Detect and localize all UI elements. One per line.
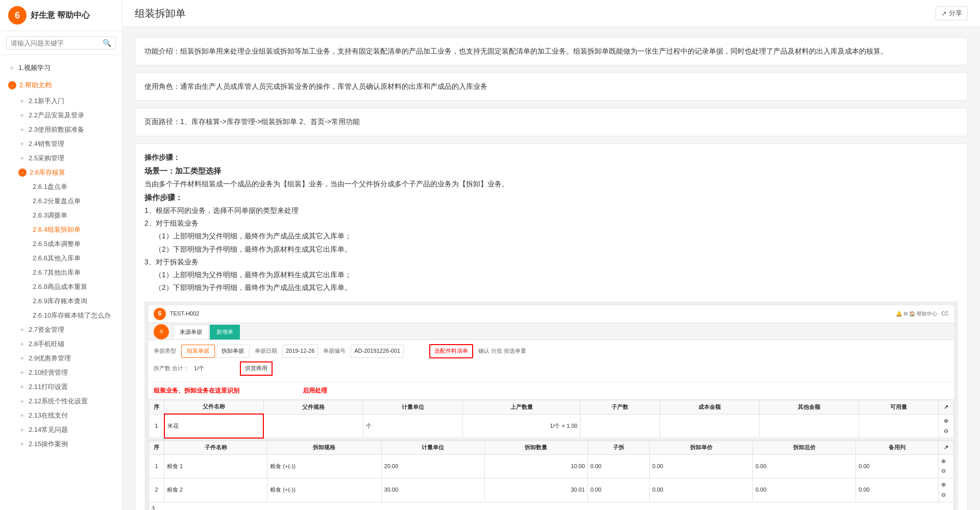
type-label: 单据类型: [154, 346, 176, 356]
sidebar-item-finance[interactable]: ＋ 2.7资金管理: [14, 323, 122, 337]
sidebar-item-coupon[interactable]: ＋ 2.9优惠券管理: [14, 351, 122, 366]
expand-icon: ＋: [18, 440, 26, 449]
search-area: 🔍: [0, 31, 122, 55]
sidebar-item-in-other[interactable]: 2.6.6其他入库单: [29, 251, 122, 265]
td-cost-1: [660, 414, 760, 438]
role-box: 使用角色：通常由生产人员或库管人员完成拆装业务的操作，库管人员确认原材料的出库和…: [135, 72, 968, 101]
expand-icon: ＋: [18, 111, 26, 120]
expand-icon: ＋: [18, 397, 26, 406]
sidebar-item-ops[interactable]: ＋ 2.10经营管理: [14, 366, 122, 380]
nav-sub-docs: ＋ 2.1新手入门 ＋ 2.2产品安装及登录 ＋ 2.3使用前数据准备 ＋ 2.…: [0, 94, 122, 451]
sidebar-item-install[interactable]: ＋ 2.2产品安装及登录: [14, 108, 122, 123]
sidebar-item-label: 2.6.5成本调整单: [33, 239, 81, 249]
th2-name: 子件名称: [164, 441, 267, 454]
expand-icon: ＋: [18, 96, 26, 106]
th-sub-qty: 子产数: [580, 400, 660, 414]
step1: 1、根据不同的业务，选择不同单据的类型来处理: [144, 204, 958, 217]
sidebar-item-cost-calc[interactable]: 2.6.8商品成本重算: [29, 280, 122, 294]
expand-icon: ＋: [18, 382, 26, 392]
th2-unit: 计量单位: [381, 441, 484, 454]
sidebar-item-label: 2.6.7其他出库单: [33, 268, 81, 277]
sidebar-item-out-other[interactable]: 2.6.7其他出库单: [29, 265, 122, 280]
sidebar-item-label: 2.15操作案例: [29, 440, 68, 449]
type-disassemble-tab[interactable]: 拆卸单据: [216, 345, 250, 358]
screenshot-wrap: 6 TEST-H002 🔔 ⚙ 🏠 帮助中心 CC ≡ 来源单据 新增单: [144, 301, 958, 510]
annotation-text2: 启用处理: [303, 385, 327, 397]
sidebar-item-label: 2.帮助文档: [19, 81, 52, 90]
expand-icon: ＋: [18, 125, 26, 134]
sidebar-item-print[interactable]: ＋ 2.11打印设置: [14, 380, 122, 394]
th2-sub: 子拆: [587, 441, 649, 454]
td-other-1: [760, 414, 859, 438]
nav-icon: ≡: [154, 324, 169, 339]
sidebar-item-label: 2.6.4组装拆卸单: [33, 225, 81, 234]
sidebar-item-label: 2.5采购管理: [29, 154, 64, 163]
sidebar-item-label: 2.2产品安装及登录: [29, 111, 84, 120]
expand-icon: ＋: [18, 425, 26, 434]
share-button[interactable]: ↗ 分享: [936, 6, 968, 20]
sidebar-item-sales[interactable]: ＋ 2.4销售管理: [14, 137, 122, 151]
expand-icon: ＋: [18, 411, 26, 420]
search-input[interactable]: [11, 39, 103, 47]
type-assemble-tab[interactable]: 组装单据: [181, 345, 215, 358]
sidebar-item-label: 2.6.9库存账本查询: [33, 297, 87, 306]
th2-total: 拆卸总价: [753, 441, 856, 454]
sidebar-item-stock-query[interactable]: 2.6.9库存账本查询: [29, 294, 122, 308]
sidebar-item-mobile[interactable]: ＋ 2.8手机旺铺: [14, 337, 122, 351]
td-sub-qty-1: [580, 414, 660, 438]
no-value: AD-20191226-001: [351, 345, 404, 358]
th-avail: 可用量: [859, 400, 939, 414]
supplier-field[interactable]: 供货商用: [240, 361, 273, 376]
step3-sub2: （2）下部明细为子件明细，最终作为产成品生成其它入库单。: [155, 281, 958, 294]
sidebar-item-label: 2.10经营管理: [29, 368, 68, 377]
search-box[interactable]: 🔍: [6, 36, 116, 50]
action-label: 确认 分批 按选单量: [478, 346, 526, 356]
expand-icon: ＋: [8, 63, 15, 72]
logo-text: 好生意 帮助中心: [31, 10, 90, 21]
sidebar-item-partial-take[interactable]: 2.6.2分量盘点单: [29, 194, 122, 208]
sidebar-item-stocktake[interactable]: 2.6.1盘点单: [29, 180, 122, 194]
td2-act-2[interactable]: ⊕ ⊖: [939, 478, 954, 502]
td-act-1[interactable]: ⊕ ⊖: [939, 414, 954, 438]
th2-seq: 序: [149, 441, 164, 454]
app-icons: 🔔 ⚙ 🏠 帮助中心 CC: [896, 309, 949, 319]
tab-new[interactable]: 新增单: [210, 325, 240, 339]
sidebar-item-data-prep[interactable]: ＋ 2.3使用前数据准备: [14, 123, 122, 137]
sidebar-item-cost-adjust[interactable]: 2.6.5成本调整单: [29, 237, 122, 251]
td-parent-name-1[interactable]: 米花: [164, 414, 264, 438]
sidebar-item-inventory[interactable]: − 2.6库存核算: [14, 165, 122, 180]
sidebar-item-label: 2.1新手入门: [29, 96, 64, 106]
tab-source[interactable]: 来源单据: [173, 325, 209, 339]
annotation-btn[interactable]: 选配件料清单: [429, 344, 473, 358]
nav-list: ＋ 1.视频学习 − 2.帮助文档 ＋ 2.1新手入门 ＋ 2.2产品安装及登录…: [0, 55, 122, 510]
sidebar-item-label: 2.13在线支付: [29, 411, 68, 420]
sidebar-item-label: 2.4销售管理: [29, 139, 64, 149]
td2-act-1[interactable]: ⊕ ⊖: [939, 454, 954, 478]
steps-title: 操作步骤：: [144, 151, 958, 164]
sidebar-item-docs[interactable]: − 2.帮助文档: [0, 77, 122, 94]
td2-spare-1: 0.00: [856, 454, 939, 478]
sidebar-item-adjust[interactable]: 2.6.3调拨单: [29, 208, 122, 223]
sidebar-item-label: 2.6.8商品成本重算: [33, 282, 87, 292]
sidebar-item-label: 1.视频学习: [18, 63, 51, 72]
sidebar-item-stock-err[interactable]: 2.6.10库存账本错了怎么办: [29, 308, 122, 323]
sidebar-item-disassemble[interactable]: 2.6.4组装拆卸单: [29, 223, 122, 237]
sidebar-item-sys[interactable]: ＋ 2.12系统个性化设置: [14, 394, 122, 408]
steps-box: 操作步骤： 场景一：加工类型选择 当由多个子件材料组装成一个成品的业务为【组装】…: [135, 143, 968, 510]
sidebar-item-newbie[interactable]: ＋ 2.1新手入门: [14, 94, 122, 108]
expand-icon: ＋: [18, 339, 26, 349]
expand-icon: ＋: [18, 354, 26, 363]
expand-icon: ＋: [18, 139, 26, 149]
step3: 3、对于拆装业务: [144, 256, 958, 269]
sidebar-item-label: 2.14常见问题: [29, 425, 68, 434]
sidebar-item-payment[interactable]: ＋ 2.13在线支付: [14, 408, 122, 423]
sidebar-item-label: 2.7资金管理: [29, 325, 64, 334]
sidebar-item-faq[interactable]: ＋ 2.14常见问题: [14, 423, 122, 437]
sidebar-item-label: 2.6.6其他入库单: [33, 254, 81, 263]
sidebar-item-cases[interactable]: ＋ 2.15操作案例: [14, 437, 122, 451]
search-icon[interactable]: 🔍: [103, 39, 111, 47]
step2-sub2: （2）下部明细为子件明细，最终作为原材料生成其它出库单。: [155, 243, 958, 256]
sidebar-item-purchase[interactable]: ＋ 2.5采购管理: [14, 151, 122, 165]
sidebar-item-videos[interactable]: ＋ 1.视频学习: [0, 59, 122, 77]
td2-price-1: 0.00: [650, 454, 753, 478]
